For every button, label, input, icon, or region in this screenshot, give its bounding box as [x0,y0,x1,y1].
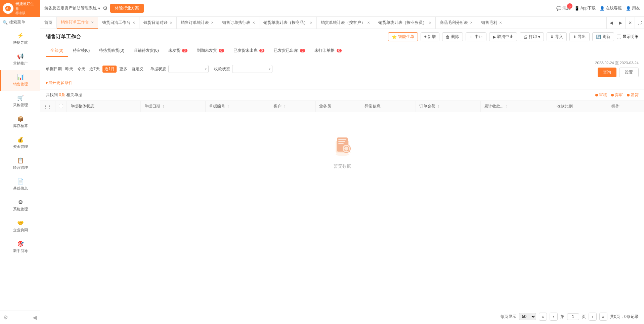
cancel-review-action-button[interactable]: 弃审 [611,92,623,98]
tab-cash-reconcile-close-icon[interactable]: ✕ [170,21,172,25]
date-option-custom[interactable]: 自定义 [130,66,145,73]
date-option-1month[interactable]: 近1月 [102,66,117,73]
filter-setting-button[interactable]: 设置 [619,68,639,77]
settings-icon[interactable]: ⚙ [3,314,8,321]
online-service-button[interactable]: 👤 在线客服 [600,5,622,11]
col-number[interactable]: 单据编号 ↕ [205,101,270,112]
delete-button[interactable]: 🗑 删除 [442,32,463,41]
system-title-dropdown[interactable]: 装备及固定资产辅助管理系统 ▾ [44,5,100,11]
print-button[interactable]: 🖨 打印 ▾ [520,32,544,41]
next-page-button[interactable]: › [589,313,597,321]
main-content: 装备及固定资产辅助管理系统 ▾ ⚙ 体验行业方案 💬 消息 6 📱 App下载 … [40,0,644,324]
settings-gear-icon[interactable]: ⚙ [103,5,108,11]
filter-tab-shipped-not-out[interactable]: 已发货未出库 0 [229,45,269,57]
tab-sales-stats-product-close-icon[interactable]: ✕ [310,21,312,25]
export-button[interactable]: ⬆ 导出 [569,32,590,41]
filter-tab-not-shipped[interactable]: 未发货 0 [164,45,192,57]
cancel-suspend-button[interactable]: ▶ 取消中止 [489,32,517,41]
industry-solution-button[interactable]: 体验行业方案 [110,4,144,13]
col-staff[interactable]: 业务员 [315,101,361,112]
tab-product-margin-close-icon[interactable]: ✕ [470,21,473,25]
sidebar-item-finance[interactable]: 💰 资金管理 [0,132,40,153]
tab-sales-order-stats-label: 销售订单统计表 [181,20,209,26]
sidebar-search[interactable]: 🔍 搜索菜单 [0,17,40,28]
filter-tab-shipped-out[interactable]: 已发货已出库 0 [269,45,310,57]
ship-action-button[interactable]: 发货 [627,92,639,98]
sidebar-item-enterprise[interactable]: 🤝 企业协同 [0,216,40,237]
review-action-button[interactable]: 审核 [595,92,607,98]
tab-sales-order-stats[interactable]: 销售订单统计表 ✕ [177,17,218,29]
tab-sales-order-close-icon[interactable]: ✕ [91,21,94,24]
tab-sales-stats-staff[interactable]: 销货单统计表（按业务员） ✕ [374,17,436,29]
last-page-button[interactable]: » [599,313,607,321]
collapse-icon[interactable]: ◀ [33,314,37,321]
finance-icon: 💰 [17,136,24,143]
refresh-button[interactable]: 🔄 刷新 [592,32,614,41]
date-option-today[interactable]: 今天 [76,66,87,73]
tab-sales-order-exec-close-icon[interactable]: ✕ [252,21,255,25]
date-option-7days[interactable]: 近7天 [88,66,101,73]
sidebar-item-operations[interactable]: 📋 经营管理 [0,153,40,174]
sidebar-item-system[interactable]: ⚙ 系统管理 [0,195,40,216]
tab-cash-daily-close-icon[interactable]: ✕ [132,21,135,25]
select-all-checkbox[interactable] [59,104,63,108]
sidebar-item-purchase[interactable]: 🛒 采购管理 [0,91,40,112]
tab-product-margin[interactable]: 商品毛利分析表 ✕ [436,17,477,29]
col-date[interactable]: 单据日期 ↕ [141,101,206,112]
sidebar-item-guide[interactable]: 🎯 新手引导 [0,237,40,257]
first-page-button[interactable]: « [539,313,547,321]
tab-scroll-left-button[interactable]: ◀ [606,17,616,29]
tab-cash-reconcile[interactable]: 钱货日清对账 ✕ [139,17,177,29]
tab-maximize-button[interactable]: ⛶ [635,17,644,29]
tab-close-all-button[interactable]: ✕ [625,17,635,29]
filter-tab-not-printed[interactable]: 未打印单据 0 [310,45,346,57]
payment-select[interactable] [232,65,272,73]
date-option-yesterday[interactable]: 昨天 [64,66,75,73]
sidebar-item-quick-nav[interactable]: ⚡ 快捷导航 [0,28,40,49]
date-range-display: 2023-02-24 至 2023-03-24 [595,60,639,66]
tab-sales-profit[interactable]: 销售毛利 ✕ [477,17,506,29]
suspend-button[interactable]: ⏸ 中止 [466,32,486,41]
tab-sales-order-stats-close-icon[interactable]: ✕ [211,21,214,25]
tab-sales-order-workspace[interactable]: 销售订单工作台 ✕ [57,17,98,29]
sidebar-item-basic[interactable]: 📄 基础信息 [0,174,40,195]
add-button[interactable]: + 新增 [421,32,439,41]
message-button[interactable]: 💬 消息 6 [556,5,570,11]
per-page-select[interactable]: 50 100 [519,313,536,320]
query-button[interactable]: 查询 [598,68,616,77]
tab-sales-stats-product[interactable]: 销货单统计表（按商品） ✕ [259,17,317,29]
filter-tab-pending-check[interactable]: 待拣货验货(0) [94,45,129,57]
tab-home[interactable]: 首页 [40,17,57,29]
show-detail-checkbox[interactable]: 显示明细 [617,34,639,40]
col-checkbox[interactable] [55,101,67,112]
filter-tab-wangpu[interactable]: 旺铺待发货(0) [129,45,164,57]
page-input[interactable] [567,313,579,320]
show-detail-input[interactable] [617,35,621,39]
sidebar-item-inventory[interactable]: 📦 库存核算 [0,112,40,132]
date-option-more[interactable]: 更多 [118,66,129,73]
app-logo: 6 畅捷通好生意 标准版 [0,0,40,17]
user-menu[interactable]: 👤 用友 [626,5,640,11]
col-amount[interactable]: 订单金额 ↕ [416,101,481,112]
import-button[interactable]: ⬇ 导入 [547,32,567,41]
filter-tab-overdue[interactable]: 到期未发货 0 [192,45,229,57]
smart-order-button[interactable]: ⭐ 智能生单 [388,32,418,41]
tab-sales-order-exec[interactable]: 销售订单执行表 ✕ [218,17,259,29]
prev-page-button[interactable]: ‹ [550,313,558,321]
app-download-button[interactable]: 📱 App下载 [574,5,596,11]
tab-sales-stats-customer[interactable]: 销货单统计表（按客户） ✕ [317,17,374,29]
col-customer[interactable]: 客户 ↕ [270,101,316,112]
tab-cash-daily[interactable]: 钱货日清工作台 ✕ [98,17,139,29]
tab-sales-stats-customer-close-icon[interactable]: ✕ [367,21,370,25]
sidebar-item-sales[interactable]: 📊 销售管理 [0,70,40,91]
tab-scroll-right-button[interactable]: ▶ [616,17,625,29]
expand-filters-button[interactable]: ▾ 展开更多条件 [46,80,639,86]
content-area: 销售订单工作台 ⭐ 智能生单 + 新增 🗑 删除 ⏸ 中止 ▶ [40,29,644,324]
col-collected[interactable]: 累计收款... ↕ [480,101,553,112]
status-select[interactable] [168,65,209,73]
filter-tab-all[interactable]: 全部(0) [46,45,68,57]
filter-tab-pending-review[interactable]: 待审核(0) [68,45,95,57]
tab-sales-stats-staff-close-icon[interactable]: ✕ [429,21,431,25]
tab-sales-profit-close-icon[interactable]: ✕ [499,21,502,25]
sidebar-item-marketing[interactable]: 📢 营销推广 [0,49,40,70]
